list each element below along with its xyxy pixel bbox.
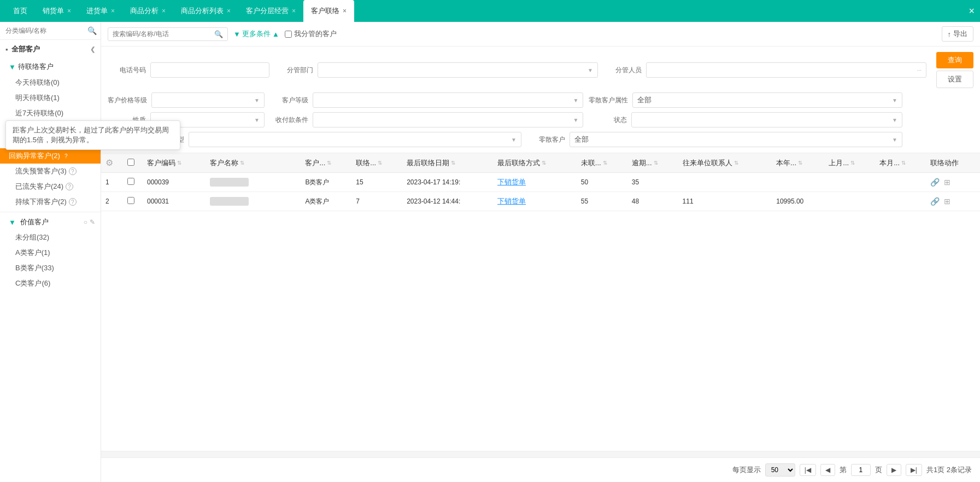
prev-page-btn[interactable]: ◀	[820, 464, 835, 476]
row1-unit-contact	[678, 173, 772, 192]
search-icon[interactable]: 🔍	[214, 30, 223, 38]
close-window-button[interactable]: ×	[969, 5, 975, 17]
sidebar-item-continuous-down[interactable]: 持续下滑客户(2) ?	[0, 194, 101, 210]
row1-select[interactable]	[127, 178, 134, 185]
close-purchase-icon[interactable]: ×	[111, 7, 115, 15]
collapse-sidebar-btn[interactable]: ❮	[90, 46, 95, 53]
sort-unpaid-icon[interactable]: ⇅	[603, 160, 607, 166]
table-area: ⚙ 客户编码 ⇅ 客户名称	[101, 153, 980, 451]
retail-customer-arrow: ▼	[892, 137, 897, 143]
manager-select[interactable]: ···	[646, 62, 926, 78]
row1-method-link[interactable]: 下销货单	[497, 178, 526, 186]
price-grade-select[interactable]: ▼	[151, 92, 265, 108]
settings-icon[interactable]: ⚙	[105, 158, 113, 167]
select-all-checkbox[interactable]	[127, 159, 134, 166]
close-sales-icon[interactable]: ×	[67, 7, 71, 15]
retail-attr-label: 零散客户属性	[589, 96, 628, 105]
sidebar-item-repeat-abnormal[interactable]: 回购异常客户(2) ?	[0, 148, 101, 164]
dept-select[interactable]: ▼	[318, 62, 598, 78]
sort-code-icon[interactable]: ⇅	[177, 160, 181, 166]
row2-method-link[interactable]: 下销货单	[497, 197, 526, 205]
last-page-btn[interactable]: ▶|	[906, 464, 922, 476]
my-customers-checkbox[interactable]	[285, 31, 292, 38]
nav-item-customer-mgmt[interactable]: 客户分层经营 ×	[238, 0, 303, 22]
sort-unit-icon[interactable]: ⇅	[734, 160, 738, 166]
sidebar-item-lost-pre[interactable]: 流失预警客户(3) ?	[0, 164, 101, 179]
sort-overdue-icon[interactable]: ⇅	[654, 160, 658, 166]
close-customer-contact-icon[interactable]: ×	[343, 7, 347, 15]
set-button[interactable]: 设置	[936, 71, 973, 88]
value-customers-group[interactable]: ▼ 价值客户 ○ ✎	[0, 214, 101, 230]
close-customer-mgmt-icon[interactable]: ×	[292, 7, 296, 15]
row1-link-icon[interactable]: 🔗	[930, 178, 940, 187]
sidebar-search-input[interactable]	[5, 27, 87, 34]
nav-item-customer-contact[interactable]: 客户联络 ×	[303, 0, 354, 22]
sort-this-year-icon[interactable]: ⇅	[798, 160, 802, 166]
sort-name-icon[interactable]: ⇅	[240, 160, 244, 166]
th-settings: ⚙	[101, 153, 123, 173]
sidebar-item-today[interactable]: 今天待联络(0)	[0, 75, 101, 90]
sidebar-search-icon[interactable]: 🔍	[87, 26, 97, 35]
all-customers-title: ▪ 全部客户 ❮	[0, 40, 101, 59]
query-button[interactable]: 查询	[936, 52, 973, 68]
sidebar-item-7days[interactable]: 近7天待联络(0)	[0, 106, 101, 121]
close-analysis-list-icon[interactable]: ×	[227, 7, 231, 15]
retail-customer-select[interactable]: 全部 ▼	[570, 132, 902, 147]
pencil-edit-icon[interactable]: ✎	[90, 218, 95, 226]
sidebar-item-already-lost[interactable]: 已流失客户(24) ?	[0, 179, 101, 194]
nav-item-analysis-list[interactable]: 商品分析列表 ×	[173, 0, 238, 22]
gender-arrow: ▼	[254, 117, 260, 123]
search-input[interactable]	[113, 30, 214, 38]
filter-retail-customer: 零散客户 全部 ▼	[527, 132, 902, 147]
row2-grid-icon[interactable]: ⊞	[944, 197, 950, 206]
page-suffix: 页	[875, 465, 882, 475]
next-page-btn[interactable]: ▶	[887, 464, 901, 476]
retail-attr-arrow: ▼	[892, 97, 897, 103]
sidebar-item-c-class[interactable]: C类客户(6)	[0, 276, 101, 291]
pending-contact-group[interactable]: ▼ 待联络客户	[0, 59, 101, 75]
row2-link-icon[interactable]: 🔗	[930, 197, 940, 206]
sidebar-item-b-class[interactable]: B类客户(33)	[0, 260, 101, 276]
payment-select[interactable]: ▼	[313, 112, 584, 127]
nav-item-sales[interactable]: 销货单 ×	[35, 0, 79, 22]
filter-price-grade: 客户价格等级 ▼	[108, 92, 265, 108]
sort-last-date-icon[interactable]: ⇅	[451, 160, 455, 166]
row1-checkbox	[123, 173, 143, 192]
sort-grade-icon[interactable]: ⇅	[327, 160, 331, 166]
manager-label: 分管人员	[603, 66, 642, 75]
edit-icons: ○ ✎	[84, 218, 95, 226]
toolbar: 🔍 ▼ 更多条件 ▲ 我分管的客户 ↑ 导出	[101, 22, 980, 47]
circle-edit-icon[interactable]: ○	[84, 218, 87, 226]
retail-attr-select[interactable]: 全部 ▼	[632, 92, 902, 108]
customer-grade-select[interactable]: ▼	[313, 92, 584, 108]
page-input[interactable]	[851, 464, 871, 476]
close-analysis-icon[interactable]: ×	[162, 7, 166, 15]
customer-grade-label: 客户等级	[270, 96, 308, 105]
status-select[interactable]: ▼	[631, 112, 902, 127]
row2-select[interactable]	[127, 197, 134, 204]
page-label: 第	[840, 465, 847, 475]
sidebar-item-tomorrow[interactable]: 明天待联络(1)	[0, 90, 101, 106]
sidebar-item-unsorted[interactable]: 未分组(32)	[0, 230, 101, 245]
nav-item-analysis[interactable]: 商品分析 ×	[122, 0, 173, 22]
export-button[interactable]: ↑ 导出	[942, 26, 974, 42]
repeat-help-icon: ?	[62, 152, 70, 160]
horizontal-scrollbar[interactable]	[101, 451, 980, 457]
row1-grade: B类客户	[301, 173, 351, 192]
filter-row-2: 客户价格等级 ▼ 客户等级 ▼ 零散客户属性 全部	[108, 92, 973, 108]
per-page-select[interactable]: 50 100 200	[765, 463, 795, 477]
phone-input[interactable]	[150, 62, 269, 78]
sort-contact-icon[interactable]: ⇅	[378, 160, 382, 166]
sort-this-month-icon[interactable]: ⇅	[901, 160, 906, 166]
sort-last-month-icon[interactable]: ⇅	[850, 160, 855, 166]
sort-last-method-icon[interactable]: ⇅	[542, 160, 546, 166]
row2-unpaid: 55	[577, 192, 627, 211]
nav-item-purchase[interactable]: 进货单 ×	[79, 0, 122, 22]
nav-item-home[interactable]: 首页	[5, 0, 35, 22]
customer-type-select[interactable]: ▼	[189, 132, 521, 147]
more-conditions-btn[interactable]: ▼ 更多条件 ▲	[233, 29, 279, 39]
th-this-month: 本月... ⇅	[875, 153, 926, 173]
first-page-btn[interactable]: |◀	[800, 464, 816, 476]
sidebar-item-a-class[interactable]: A类客户(1)	[0, 245, 101, 260]
row1-grid-icon[interactable]: ⊞	[944, 178, 950, 187]
